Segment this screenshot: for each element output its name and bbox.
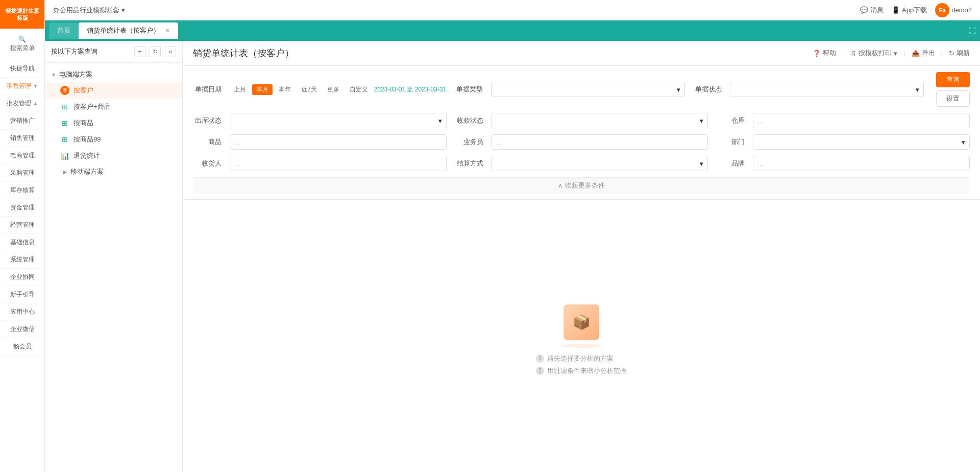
page-actions: ❓ 帮助 | 🖨 按模板打印 ▾ | 📤 导出 |	[813, 49, 970, 58]
customer-icon: 客	[60, 86, 69, 95]
filter-row-2: 出库状态 ▾ 收款状态 ▾ 仓库 ...	[193, 113, 970, 128]
date-btn-this-year[interactable]: 本年	[275, 84, 295, 95]
search-menu-button[interactable]: 🔍 搜索菜单	[4, 34, 40, 55]
sidebar-item-system[interactable]: 系统管理	[0, 251, 44, 269]
maximize-icon[interactable]: ⛶	[969, 27, 976, 35]
by-customer-label: 按客户	[74, 86, 93, 95]
goods-label: 按商品	[74, 119, 93, 128]
refresh-scheme-button[interactable]: ↻	[150, 46, 161, 57]
out-status-input[interactable]: ▾	[230, 113, 447, 128]
company-name: 办公用品行业模拟账套	[53, 6, 119, 15]
app-download-label: App下载	[902, 6, 927, 15]
date-btn-more[interactable]: 更多	[323, 84, 344, 95]
settlement-input[interactable]: ▾	[492, 156, 708, 171]
settlement-dropdown-icon: ▾	[700, 160, 703, 168]
collapse-panel-button[interactable]: «	[165, 46, 176, 57]
empty-hints: 1 请先选择要分析的方案 2 用过滤条件来缩小分析范围	[536, 354, 627, 375]
desktop-group: ▼ 电脑端方案 客 按客户 ⊞ 按客户+商品 ⊞ 按商品	[45, 67, 182, 164]
wholesale-label: 批发管理	[7, 99, 31, 108]
sidebar-item-retail[interactable]: 零售管理 ▼	[0, 78, 44, 95]
sidebar-item-ecommerce[interactable]: 电商管理	[0, 147, 44, 164]
sidebar-item-operations[interactable]: 经营管理	[0, 217, 44, 234]
sidebar-item-basic-info[interactable]: 基础信息	[0, 234, 44, 251]
date-btn-this-month[interactable]: 本月	[252, 84, 273, 95]
help-icon: ❓	[813, 50, 821, 57]
sidebar-item-app-center[interactable]: 应用中心	[0, 303, 44, 321]
tree-item-customer-goods[interactable]: ⊞ 按客户+商品	[45, 99, 182, 115]
date-btn-custom[interactable]: 自定义	[346, 84, 372, 95]
settings-button[interactable]: 设置	[936, 90, 970, 107]
inventory-label: 库存核算	[10, 186, 35, 195]
order-type-input[interactable]: ▾	[491, 82, 685, 97]
empty-illustration: 📦	[551, 297, 612, 348]
add-scheme-button[interactable]: +	[134, 46, 145, 57]
order-type-dropdown-icon: ▾	[677, 86, 680, 93]
logo-text: 畅捷通好生意	[6, 7, 39, 14]
help-label: 帮助	[823, 49, 836, 58]
date-btn-last-month[interactable]: 上月	[230, 84, 250, 95]
print-button[interactable]: 🖨 按模板打印 ▾	[850, 49, 897, 58]
dropdown-arrow-icon: ▾	[121, 6, 125, 14]
left-panel: 按以下方案查询 + ↻ « ▼ 电脑端方案	[45, 41, 183, 472]
goods99-icon: ⊞	[60, 135, 69, 144]
receiver-input[interactable]: ...	[230, 156, 447, 171]
tab-close-icon[interactable]: ✕	[165, 27, 170, 34]
sidebar-search-section: 🔍 搜索菜单	[0, 29, 44, 60]
filter-row-1: 单据日期 上月 本月 本年 近7天 更多 自定义 2023-03-01 至 20…	[193, 72, 970, 107]
sidebar-item-finance[interactable]: 资金管理	[0, 199, 44, 217]
export-button[interactable]: 📤 导出	[912, 49, 935, 58]
topbar-left: 办公用品行业模拟账套 ▾	[53, 6, 125, 15]
query-button[interactable]: 查询	[936, 72, 970, 87]
tree-item-returns[interactable]: 📊 退货统计	[45, 148, 182, 164]
dept-input[interactable]: ▾	[753, 134, 970, 150]
mobile-group-header[interactable]: ▶ 移动端方案	[53, 164, 182, 179]
receipt-status-input[interactable]: ▾	[492, 113, 708, 128]
message-button[interactable]: 💬 消息	[860, 6, 884, 15]
tree-item-goods99[interactable]: ⊞ 按商品99	[45, 131, 182, 148]
hint-num-1: 1	[536, 355, 544, 363]
brand-input[interactable]: ...	[753, 156, 970, 171]
mobile-group-arrow-icon: ▶	[63, 169, 67, 175]
receiver-placeholder: ...	[234, 160, 240, 168]
sidebar-item-purchase[interactable]: 采购管理	[0, 164, 44, 182]
sidebar-item-enterprise[interactable]: 企业协同	[0, 269, 44, 286]
warehouse-input[interactable]: ...	[753, 113, 970, 128]
avatar-text: Ea	[939, 7, 946, 13]
help-button[interactable]: ❓ 帮助	[813, 49, 836, 58]
collapse-filter-button[interactable]: ∧ 收起更多条件	[193, 177, 970, 193]
tab-home[interactable]: 首页	[49, 22, 79, 39]
download-icon: 📱	[892, 6, 900, 14]
tab-home-label: 首页	[57, 26, 70, 35]
empty-hint-2: 2 用过滤条件来缩小分析范围	[536, 366, 627, 375]
salesperson-input[interactable]: ...	[492, 134, 708, 150]
user-profile[interactable]: Ea demo2	[935, 3, 972, 17]
tab-sales-stat[interactable]: 销货单统计表（按客户） ✕	[79, 22, 178, 39]
sidebar-item-quick-nav[interactable]: 快捷导航	[0, 60, 44, 78]
sidebar-item-newbie[interactable]: 新手引导	[0, 286, 44, 303]
sidebar-item-marketing[interactable]: 营销推广	[0, 112, 44, 130]
app-download-button[interactable]: 📱 App下载	[892, 6, 927, 15]
sidebar-item-wholesale[interactable]: 批发管理 ▲	[0, 95, 44, 112]
tree-item-goods[interactable]: ⊞ 按商品	[45, 115, 182, 131]
sidebar-item-member[interactable]: 畅会员	[0, 338, 44, 356]
left-panel-header: 按以下方案查询 + ↻ «	[45, 41, 182, 63]
sidebar-item-inventory[interactable]: 库存核算	[0, 182, 44, 199]
order-status-input[interactable]: ▾	[730, 82, 924, 97]
sidebar-item-sales[interactable]: 销售管理	[0, 130, 44, 147]
logo-subtext: 标版	[17, 14, 28, 21]
topbar: 办公用品行业模拟账套 ▾ 💬 消息 📱 App下载 Ea demo2	[45, 0, 980, 20]
goods-input[interactable]: ...	[230, 134, 447, 150]
print-icon: 🖨	[850, 50, 856, 57]
tree-item-by-customer[interactable]: 客 按客户	[45, 82, 182, 99]
refresh-button[interactable]: ↻ 刷新	[949, 49, 970, 58]
refresh-page-icon: ↻	[949, 50, 954, 57]
empty-hint-1: 1 请先选择要分析的方案	[536, 354, 627, 363]
date-btn-last7[interactable]: 近7天	[297, 84, 321, 95]
marketing-label: 营销推广	[10, 116, 35, 125]
desktop-group-header[interactable]: ▼ 电脑端方案	[45, 67, 182, 82]
tabbar-right: ⛶	[965, 27, 976, 35]
page-title: 销货单统计表（按客户）	[193, 47, 294, 59]
company-selector[interactable]: 办公用品行业模拟账套 ▾	[53, 6, 125, 15]
salesperson-placeholder: ...	[496, 138, 502, 146]
sidebar-item-wechat[interactable]: 企业微信	[0, 321, 44, 338]
